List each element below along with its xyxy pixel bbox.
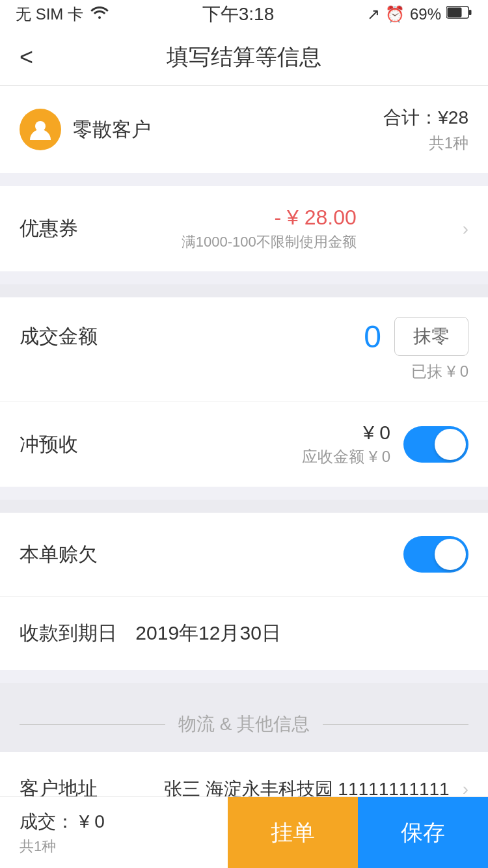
duedate-section: 收款到期日 2019年12月30日 <box>0 596 488 670</box>
back-button[interactable]: < <box>20 44 33 71</box>
bottom-deal: 成交： ¥ 0 <box>20 809 208 834</box>
save-button[interactable]: 保存 <box>358 797 488 869</box>
battery-icon <box>446 5 472 23</box>
location-icon: ↗ <box>367 5 380 23</box>
coupon-right: - ¥ 28.00 满1000-100不限制使用金额 <box>182 206 357 252</box>
customer-left: 零散客户 <box>20 109 151 150</box>
customer-count: 共1种 <box>383 133 468 154</box>
customer-row: 零散客户 合计：¥28 共1种 <box>0 86 488 173</box>
nav-title: 填写结算等信息 <box>167 42 321 72</box>
bottom-info: 成交： ¥ 0 共1种 <box>0 809 228 856</box>
coupon-label: 优惠券 <box>20 215 78 242</box>
logistics-line: 物流 & 其他信息 <box>20 712 468 737</box>
status-left: 无 SIM 卡 <box>16 4 109 25</box>
alarm-icon: ⏰ <box>385 5 405 23</box>
carrier-text: 无 SIM 卡 <box>16 4 83 25</box>
prepay-values: ¥ 0 应收金额 ¥ 0 <box>302 422 390 467</box>
coupon-section[interactable]: 优惠券 - ¥ 28.00 满1000-100不限制使用金额 › <box>0 186 488 271</box>
transaction-right: 0 抹零 <box>364 317 468 356</box>
transaction-label: 成交金额 <box>20 323 98 350</box>
customer-summary: 合计：¥28 共1种 <box>383 105 468 154</box>
divider-2 <box>0 500 488 513</box>
bottom-deal-amount: ¥ 0 <box>79 811 105 832</box>
divider-1 <box>0 284 488 297</box>
coupon-chevron: › <box>463 219 468 239</box>
transaction-card: 成交金额 0 抹零 已抹 ¥ 0 冲预收 ¥ 0 应收金额 ¥ 0 <box>0 297 488 487</box>
prepay-amount: ¥ 0 <box>302 422 390 444</box>
status-time: 下午3:18 <box>202 2 275 27</box>
bottom-count: 共1种 <box>20 837 208 856</box>
customer-name: 零散客户 <box>73 116 151 143</box>
divider-3 <box>0 683 488 696</box>
customer-total: 合计：¥28 <box>383 105 468 130</box>
transaction-section: 成交金额 0 抹零 已抹 ¥ 0 <box>0 297 488 401</box>
debt-toggle[interactable] <box>403 536 468 573</box>
prepay-label: 冲预收 <box>20 431 78 458</box>
prepay-sub: 应收金额 ¥ 0 <box>302 446 390 467</box>
debt-section: 本单赊欠 <box>0 513 488 596</box>
svg-rect-1 <box>469 10 472 15</box>
transaction-value: 0 <box>364 319 381 355</box>
duedate-value: 2019年12月30日 <box>135 622 280 644</box>
prepay-toggle[interactable] <box>403 426 468 463</box>
status-bar: 无 SIM 卡 下午3:18 ↗ ⏰ 69% <box>0 0 488 29</box>
duedate-label: 收款到期日 <box>20 622 117 644</box>
status-right: ↗ ⏰ 69% <box>367 5 472 23</box>
round-button[interactable]: 抹零 <box>394 317 468 356</box>
logistics-title: 物流 & 其他信息 <box>178 712 310 737</box>
customer-card: 零散客户 合计：¥28 共1种 <box>0 86 488 173</box>
bottom-deal-label: 成交： <box>20 811 74 832</box>
transaction-top: 成交金额 0 抹零 <box>20 317 468 356</box>
prepay-right: ¥ 0 应收金额 ¥ 0 <box>302 422 468 467</box>
pending-button[interactable]: 挂单 <box>228 797 358 869</box>
debt-label: 本单赊欠 <box>20 541 98 568</box>
nav-bar: < 填写结算等信息 <box>0 29 488 86</box>
coupon-amount: - ¥ 28.00 <box>182 206 357 230</box>
battery-text: 69% <box>410 5 441 23</box>
customer-avatar <box>20 109 61 150</box>
svg-rect-2 <box>448 8 462 18</box>
prepay-section: 冲预收 ¥ 0 应收金额 ¥ 0 <box>0 401 488 487</box>
coupon-card[interactable]: 优惠券 - ¥ 28.00 满1000-100不限制使用金额 › <box>0 186 488 271</box>
bottom-bar: 成交： ¥ 0 共1种 挂单 保存 <box>0 796 488 868</box>
debt-card: 本单赊欠 收款到期日 2019年12月30日 <box>0 513 488 670</box>
content: 零散客户 合计：¥28 共1种 优惠券 - ¥ 28.00 满1000-100不… <box>0 86 488 868</box>
coupon-desc: 满1000-100不限制使用金额 <box>182 232 357 252</box>
logistics-header: 物流 & 其他信息 <box>0 696 488 752</box>
wifi-icon <box>90 5 109 24</box>
transaction-sub: 已抹 ¥ 0 <box>20 361 468 382</box>
